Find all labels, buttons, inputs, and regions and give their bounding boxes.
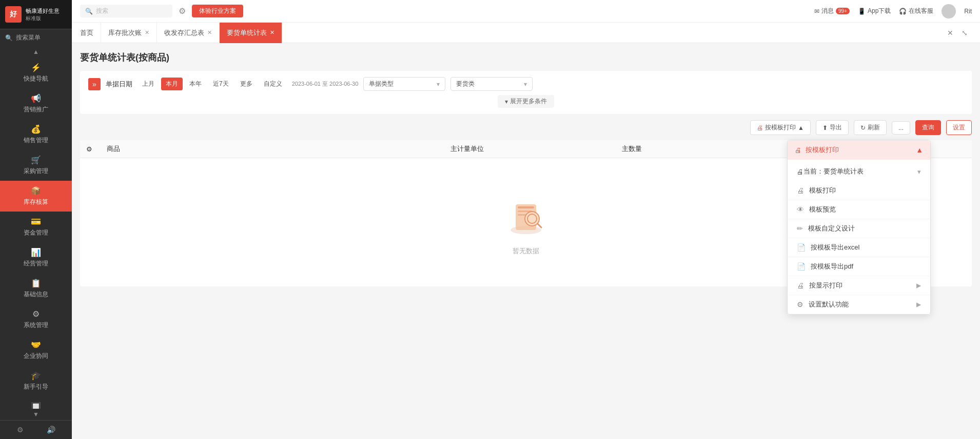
tab-home[interactable]: 首页 (80, 23, 101, 43)
nav-icon-quick-nav: ⚡ (31, 63, 41, 72)
user-avatar[interactable] (942, 4, 956, 18)
dropdown-sub-arrow-display-print: ▶ (916, 282, 921, 289)
tab-close-collection-summary[interactable]: ✕ (207, 29, 212, 36)
nav-label-sales: 销售管理 (24, 136, 48, 145)
sidebar-item-guide[interactable]: 🎓新手引导 (0, 366, 72, 396)
dropdown-current-arrow: ▾ (917, 168, 921, 176)
tab-label-collection-summary: 收发存汇总表 (164, 28, 204, 37)
maximize-window-button[interactable]: ⤡ (959, 28, 970, 38)
page-title: 要货单统计表(按商品) (80, 51, 972, 64)
sidebar-item-purchase[interactable]: 🛒采购管理 (0, 150, 72, 181)
query-button[interactable]: 查询 (915, 120, 941, 135)
demand-select-arrow-icon: ▾ (524, 81, 527, 88)
date-btn-近7天[interactable]: 近7天 (208, 78, 233, 90)
nav-icon-system: ⚙ (32, 309, 40, 319)
sidebar-item-marketing[interactable]: 📢营销推广 (0, 88, 72, 119)
nav-icon-purchase: 🛒 (31, 155, 41, 165)
topbar-promo-button[interactable]: 体验行业方案 (192, 5, 243, 17)
settings-button[interactable]: 设置 (946, 120, 972, 135)
date-btn-本年[interactable]: 本年 (185, 78, 206, 90)
refresh-icon: ↻ (860, 124, 866, 131)
nav-icon-sales: 💰 (31, 124, 41, 134)
sidebar-item-system[interactable]: ⚙系统管理 (0, 304, 72, 335)
tab-demand-summary[interactable]: 要货单统计表✕ (220, 23, 282, 43)
chevron-down-icon: ▾ (505, 98, 508, 105)
date-buttons: 上月本月本年近7天更多自定义 (138, 78, 287, 90)
nav-label-marketing: 营销推广 (24, 105, 48, 114)
dropdown-icon-template-export-excel: 📄 (797, 243, 806, 252)
sidebar-item-basics[interactable]: 📋基础信息 (0, 273, 72, 304)
sound-footer-icon[interactable]: 🔊 (47, 426, 55, 434)
sidebar-nav: ⚡快捷导航📢营销推广💰销售管理🛒采购管理📦库存核算💳资金管理📊经营管理📋基础信息… (0, 58, 72, 409)
sidebar-scroll-down[interactable]: ▼ (0, 409, 72, 420)
dropdown-current-template[interactable]: 🖨 当前：要货单统计表 ▾ (797, 164, 921, 179)
sidebar-item-apps[interactable]: 🔲应用中心 (0, 396, 72, 409)
settings-footer-icon[interactable]: ⚙ (17, 426, 24, 434)
demand-type-select[interactable]: 要货类 ▾ (450, 77, 533, 91)
messages-button[interactable]: ✉ 消息 99+ (814, 7, 850, 15)
dropdown-item-template-export-pdf[interactable]: 📄按模板导出pdf (788, 257, 930, 276)
sidebar-item-finance[interactable]: 💳资金管理 (0, 212, 72, 242)
date-btn-更多[interactable]: 更多 (236, 78, 257, 90)
filter-card: » 单据日期 上月本月本年近7天更多自定义 2023-06-01 至 2023-… (80, 71, 972, 114)
sidebar-search[interactable]: 🔍 搜索菜单 (0, 29, 72, 46)
sidebar-item-inventory[interactable]: 📦库存核算 (0, 181, 72, 212)
dropdown-item-template-print[interactable]: 🖨模板打印 (788, 181, 930, 200)
table-col-_: ⚙ (86, 145, 107, 153)
dropdown-item-template-export-excel[interactable]: 📄按模板导出excel (788, 238, 930, 257)
date-btn-本月[interactable]: 本月 (161, 78, 183, 90)
refresh-button[interactable]: ↻ 刷新 (854, 120, 887, 135)
nav-icon-cooperation: 🤝 (31, 340, 41, 350)
nav-icon-finance: 💳 (31, 217, 41, 226)
expand-filter-button[interactable]: » (88, 78, 101, 90)
date-btn-上月[interactable]: 上月 (138, 78, 159, 90)
dropdown-label-template-export-pdf: 按模板导出pdf (811, 262, 853, 271)
online-service-button[interactable]: 🎧 在线客服 (899, 7, 933, 15)
dropdown-sub-set-default[interactable]: ⚙设置默认功能▶ (788, 295, 930, 314)
nav-icon-apps: 🔲 (31, 402, 41, 409)
sidebar: 好 畅康通好生意 标准版 🔍 搜索菜单 ▲ ⚡快捷导航📢营销推广💰销售管理🛒采购… (0, 0, 72, 439)
nav-label-operations: 经营管理 (24, 259, 48, 268)
sidebar-item-cooperation[interactable]: 🤝企业协同 (0, 335, 72, 366)
print-template-button[interactable]: 🖨 按模板打印 ▲ (750, 120, 811, 135)
tab-close-demand-summary[interactable]: ✕ (270, 29, 275, 36)
tab-collection-summary[interactable]: 收发存汇总表✕ (157, 23, 220, 43)
dropdown-current-icon: 🖨 (797, 168, 803, 176)
sidebar-item-operations[interactable]: 📊经营管理 (0, 242, 72, 273)
tab-label-demand-summary: 要货单统计表 (227, 28, 267, 37)
dropdown-sub-display-print[interactable]: 🖨按显示打印▶ (788, 276, 930, 295)
empty-illustration (500, 189, 552, 240)
date-btn-自定义[interactable]: 自定义 (259, 78, 287, 90)
expand-more-button[interactable]: ▾ 展开更多条件 (498, 95, 554, 108)
dropdown-item-template-preview[interactable]: 👁模板预览 (788, 200, 930, 219)
dropdown-icon-template-print: 🖨 (797, 186, 804, 195)
sidebar-item-quick-nav[interactable]: ⚡快捷导航 (0, 58, 72, 88)
dropdown-item-template-design[interactable]: ✏模板自定义设计 (788, 219, 930, 238)
topbar-gear-icon[interactable]: ⚙ (179, 6, 186, 16)
username-display: Rit (964, 8, 972, 15)
close-window-button[interactable]: ✕ (945, 28, 955, 38)
type-select[interactable]: 单据类型 ▾ (363, 77, 445, 91)
dropdown-sub-icon-set-default: ⚙ (797, 300, 803, 309)
topbar-search[interactable]: 🔍 搜索 (80, 5, 172, 17)
app-logo: 好 畅康通好生意 标准版 (0, 0, 72, 29)
topbar: 🔍 搜索 ⚙ 体验行业方案 ✉ 消息 99+ 📱 App下载 🎧 在线客服 Ri… (72, 0, 980, 23)
dropdown-label-template-export-excel: 按模板导出excel (811, 243, 859, 252)
sidebar-scroll-up[interactable]: ▲ (0, 46, 72, 58)
tab-close-batch-account[interactable]: ✕ (145, 29, 149, 36)
dropdown-header[interactable]: 🖨 按模板打印 ▲ (788, 140, 930, 160)
more-button[interactable]: ... (892, 121, 910, 135)
sidebar-footer: ⚙ 🔊 (0, 420, 72, 439)
sidebar-item-sales[interactable]: 💰销售管理 (0, 119, 72, 150)
dropdown-icon-template-design: ✏ (797, 224, 803, 233)
messages-badge: 99+ (836, 8, 850, 14)
dropdown-current-section: 🖨 当前：要货单统计表 ▾ (788, 160, 930, 181)
export-button[interactable]: ⬆ 导出 (816, 120, 849, 135)
nav-label-quick-nav: 快捷导航 (24, 74, 48, 83)
app-download-button[interactable]: 📱 App下载 (858, 7, 891, 15)
svg-line-7 (538, 224, 541, 227)
nav-icon-basics: 📋 (31, 278, 41, 288)
nav-label-basics: 基础信息 (24, 290, 48, 299)
tab-batch-account[interactable]: 库存批次账✕ (101, 23, 157, 43)
empty-text: 暂无数据 (513, 246, 539, 256)
